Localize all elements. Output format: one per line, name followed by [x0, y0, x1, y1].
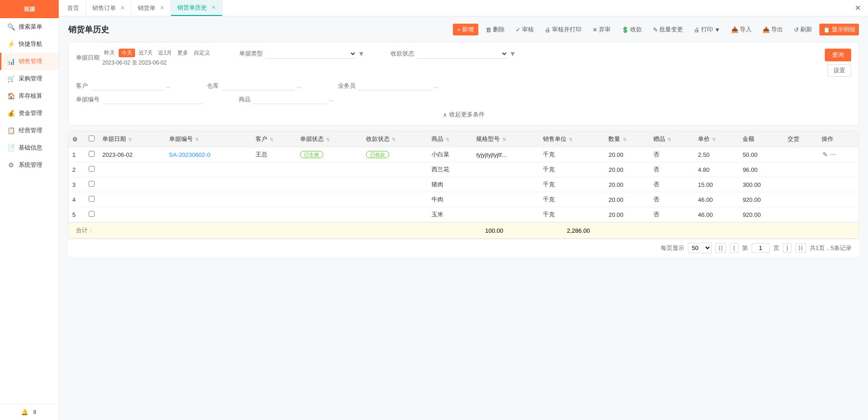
settings-button[interactable]: 设置 — [828, 64, 851, 77]
collapse-row[interactable]: ∧ 收起更多条件 — [76, 109, 851, 119]
tab-sales-history[interactable]: 销货单历史 ✕ — [171, 0, 222, 16]
audit-print-button[interactable]: 🖨 审核并打印 — [541, 24, 585, 35]
tab-close-sales-order[interactable]: ✕ — [120, 5, 125, 11]
cell-checkbox[interactable] — [85, 207, 99, 222]
doc-no-link[interactable]: SA-20230602-0 — [169, 151, 211, 158]
th-quantity[interactable]: 数量 ⇅ — [605, 131, 649, 147]
batch-change-button[interactable]: ✎ 批量变更 — [649, 24, 687, 35]
delete-button[interactable]: 🗑 删除 — [482, 24, 508, 35]
sidebar-item-sales[interactable]: 📊 销售管理 — [0, 53, 59, 70]
th-doc-no[interactable]: 单据编号 ⇅ — [166, 131, 252, 147]
date-tab-custom[interactable]: 自定义 — [192, 49, 212, 57]
show-detail-button[interactable]: 📋 显示明细 — [819, 24, 859, 35]
sort-unit-price-icon[interactable]: ⇅ — [712, 137, 716, 142]
th-unit[interactable]: 销售单位 ⇅ — [539, 131, 605, 147]
abandon-button[interactable]: ✕ 弃审 — [589, 24, 614, 35]
warehouse-dots[interactable]: ... — [297, 83, 301, 89]
date-tab-1month[interactable]: 近1月 — [156, 49, 174, 57]
sort-customer-icon[interactable]: ⇅ — [270, 137, 273, 142]
goods-dots[interactable]: ... — [329, 96, 333, 103]
sort-doc-status-icon[interactable]: ⇅ — [326, 137, 330, 142]
import-button[interactable]: 📥 导入 — [728, 24, 755, 35]
sidebar-item-fund[interactable]: 💰 资金管理 — [0, 105, 59, 122]
more-action-icon[interactable]: ⋯ — [830, 151, 836, 158]
collect-button[interactable]: 💲 收款 — [618, 24, 646, 35]
customer-dots[interactable]: ... — [166, 83, 171, 89]
salesperson-dots[interactable]: ... — [434, 83, 438, 89]
refresh-button[interactable]: ↺ 刷新 — [790, 24, 816, 35]
sort-unit-icon[interactable]: ⇅ — [569, 137, 572, 142]
last-page-button[interactable]: ⟩⟩ — [795, 243, 806, 253]
next-page-button[interactable]: ⟩ — [783, 243, 792, 253]
date-tab-7days[interactable]: 近7天 — [137, 49, 155, 57]
cell-checkbox[interactable] — [85, 177, 99, 192]
page-input[interactable] — [752, 243, 770, 253]
row-checkbox[interactable] — [89, 151, 95, 157]
select-all-checkbox[interactable] — [89, 135, 95, 141]
tab-sales-order[interactable]: 销售订单 ✕ — [86, 0, 131, 16]
page-body: 销货单历史 + 新增 🗑 删除 ✓ 审核 🖨 审核并打印 — [59, 16, 868, 420]
th-doc-date[interactable]: 单据日期 ⇅ — [99, 131, 166, 147]
prev-page-button[interactable]: ⟨ — [730, 243, 738, 253]
query-button[interactable]: 查询 — [825, 49, 851, 61]
tab-sales-goods[interactable]: 销货单 ✕ — [131, 0, 171, 16]
row-checkbox[interactable] — [89, 196, 95, 202]
first-page-button[interactable]: ⟨⟨ — [715, 243, 726, 253]
sidebar-item-operation[interactable]: 📋 经营管理 — [0, 122, 59, 139]
sort-payment-status-icon[interactable]: ⇅ — [392, 137, 396, 142]
edit-action-icon[interactable]: ✎ — [823, 151, 828, 158]
window-close-button[interactable]: ✕ — [849, 4, 866, 12]
doc-no-input[interactable] — [102, 95, 202, 104]
sort-doc-date-icon[interactable]: ⇅ — [128, 137, 132, 142]
th-checkbox[interactable] — [85, 131, 99, 147]
row-checkbox[interactable] — [89, 211, 95, 217]
doc-type-select[interactable] — [266, 49, 356, 59]
th-customer[interactable]: 客户 ⇅ — [252, 131, 296, 147]
pause-icon[interactable]: ⏸ — [32, 409, 38, 415]
audit-button[interactable]: ✓ 审核 — [512, 24, 537, 35]
salesperson-input[interactable] — [358, 81, 431, 90]
sort-spec-icon[interactable]: ⇅ — [502, 137, 506, 142]
row-checkbox[interactable] — [89, 166, 95, 172]
payment-status-dropdown-icon[interactable]: ▾ — [511, 49, 515, 59]
sort-doc-no-icon[interactable]: ⇅ — [195, 137, 199, 142]
sort-gift-icon[interactable]: ⇅ — [667, 137, 671, 142]
th-doc-status[interactable]: 单据状态 ⇅ — [296, 131, 362, 147]
warehouse-input[interactable] — [221, 81, 294, 90]
cell-checkbox[interactable] — [85, 162, 99, 177]
tab-close-sales-goods[interactable]: ✕ — [160, 5, 164, 11]
sidebar-item-search[interactable]: 🔍 搜索菜单 — [0, 18, 59, 35]
th-payment-status[interactable]: 收款状态 ⇅ — [362, 131, 428, 147]
customer-input[interactable] — [90, 81, 163, 90]
per-page-select[interactable]: 50 100 200 — [688, 243, 712, 253]
sidebar-item-system[interactable]: ⚙ 系统管理 — [0, 156, 59, 174]
date-tab-today[interactable]: 今天 — [119, 49, 135, 57]
show-detail-icon: 📋 — [823, 26, 830, 33]
date-tab-more[interactable]: 更多 — [176, 49, 190, 57]
payment-status-select[interactable] — [417, 49, 508, 59]
cell-checkbox[interactable] — [85, 192, 99, 207]
doc-type-dropdown-icon[interactable]: ▾ — [359, 49, 363, 59]
th-gift[interactable]: 赠品 ⇅ — [650, 131, 694, 147]
filter-row-3: 单据编号 商品 ... — [76, 95, 851, 104]
sidebar-item-inventory[interactable]: 🏠 库存核算 — [0, 87, 59, 105]
sidebar-item-purchase[interactable]: 🛒 采购管理 — [0, 70, 59, 87]
th-unit-price[interactable]: 单价 ⇅ — [694, 131, 739, 147]
date-tab-yesterday[interactable]: 昨天 — [102, 49, 117, 57]
goods-input[interactable] — [253, 95, 326, 104]
print-button[interactable]: 🖨 打印 ▼ — [690, 24, 724, 35]
tab-home[interactable]: 首页 — [61, 0, 86, 16]
sidebar-item-basic[interactable]: 📄 基础信息 — [0, 139, 59, 156]
notification-icon[interactable]: 🔔 — [21, 409, 28, 415]
sidebar-item-quicknav[interactable]: ⚡ 快捷导航 — [0, 35, 59, 53]
th-settings[interactable]: ⚙ — [69, 131, 85, 147]
th-goods[interactable]: 商品 ⇅ — [428, 131, 472, 147]
new-button[interactable]: + 新增 — [453, 24, 479, 35]
sort-goods-icon[interactable]: ⇅ — [446, 137, 449, 142]
tab-close-sales-history[interactable]: ✕ — [211, 5, 216, 10]
row-checkbox[interactable] — [89, 181, 95, 187]
cell-checkbox[interactable] — [85, 147, 99, 162]
sort-quantity-icon[interactable]: ⇅ — [623, 137, 627, 142]
th-spec[interactable]: 规格型号 ⇅ — [472, 131, 539, 147]
export-button[interactable]: 📤 导出 — [759, 24, 787, 35]
